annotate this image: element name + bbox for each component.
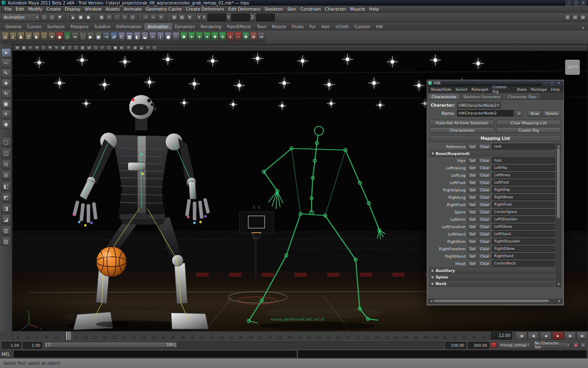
section-header-spine[interactable]: ▶Spine — [430, 274, 555, 280]
shelf-delete-keyframe-icon[interactable]: − — [234, 32, 242, 43]
mel-toggle[interactable]: MEL — [2, 352, 12, 357]
hik-menu-bake[interactable]: Bake — [515, 87, 529, 92]
mapping-value-field[interactable]: LeftHip — [492, 165, 555, 171]
menu-edit-deformers[interactable]: Edit Deformers — [226, 7, 263, 11]
wireframe-mode-icon[interactable]: ○ — [106, 45, 112, 50]
hik-menu-control-rig[interactable]: Control Rig — [490, 85, 515, 94]
shelf-lattice-icon[interactable]: ▦ — [126, 32, 133, 43]
menu-assets[interactable]: Assets — [104, 7, 122, 11]
scroll-left-icon[interactable]: ◀ — [429, 299, 433, 303]
set-button[interactable]: Set — [468, 254, 477, 259]
animation-preferences-icon[interactable]: ≡ — [580, 342, 586, 348]
menu-file[interactable]: File — [2, 7, 14, 11]
ipr-render-icon[interactable]: ▨ — [178, 14, 185, 21]
shelf-walk-cycle-icon[interactable]: ♞ — [33, 32, 40, 43]
shelf-expression-icon[interactable]: = — [258, 32, 265, 43]
mapping-value-field[interactable]: RightKnee — [492, 194, 555, 200]
menu-constrain[interactable]: Constrain — [298, 7, 323, 11]
toggle-tool-settings-icon[interactable]: ▤ — [572, 14, 579, 21]
layout-two-pane-stacked-icon[interactable]: ⊟ — [1, 159, 11, 169]
scroll-up-icon[interactable]: ▲ — [557, 144, 561, 148]
image-plane-icon[interactable]: ▱ — [40, 45, 47, 50]
clear-button[interactable]: Clear — [478, 254, 491, 259]
shaded-mode-icon[interactable]: ● — [112, 45, 118, 50]
snap-to-curve-icon[interactable]: ≈ — [106, 14, 113, 21]
clear-button[interactable]: Clear — [478, 187, 491, 193]
set-button[interactable]: Set — [468, 231, 477, 237]
section-header-neck[interactable]: ▶Neck — [430, 280, 555, 287]
clear-button[interactable]: Clear — [478, 158, 491, 164]
set-button[interactable]: Set — [468, 180, 477, 186]
shelf-wire-tool-icon[interactable]: ~ — [149, 32, 156, 43]
title-bar[interactable]: Autodesk Maya 2011 Beta 2 x64 - Trial Ve… — [0, 0, 588, 6]
range-track[interactable]: 1 100 — [44, 341, 443, 349]
hik-tab-characterize[interactable]: Characterize — [428, 94, 459, 99]
shelf-tab-custom[interactable]: Custom — [352, 24, 373, 30]
layout-outliner-icon[interactable]: ▥ — [1, 225, 11, 235]
range-end-handle[interactable] — [174, 342, 176, 347]
clear-button[interactable]: Clear — [478, 209, 491, 215]
field-chart-icon[interactable]: ▤ — [86, 45, 92, 50]
universal-manip-tool-icon[interactable]: ✛ — [1, 110, 11, 119]
mapping-value-field[interactable]: LeftFoot — [492, 180, 555, 186]
shelf-sculpt-deformer-icon[interactable]: ● — [165, 32, 172, 43]
shelf-tab-muscle[interactable]: Muscle — [269, 24, 289, 30]
shelf-menu-icon[interactable]: ▾ — [580, 26, 586, 30]
menu-set-dropdown[interactable]: Animation ▾ — [2, 13, 40, 21]
clear-button[interactable]: Clear — [478, 180, 491, 186]
horizontal-scrollbar[interactable]: ◀ ▶ — [428, 299, 562, 304]
set-button[interactable]: Set — [468, 246, 477, 252]
save-scene-icon[interactable]: ▼ — [56, 14, 63, 21]
shelf-breakdown-key-icon[interactable]: ◇ — [64, 32, 71, 43]
set-button[interactable]: Set — [468, 195, 477, 200]
shelf-ik-fk-switch-icon[interactable]: ⇄ — [110, 32, 118, 43]
layout-persp-curve-icon[interactable]: ◪ — [1, 214, 11, 224]
shelf-pole-vector-icon[interactable]: ✢ — [219, 32, 226, 43]
shelf-motion-path-icon[interactable]: → — [102, 32, 110, 43]
mapping-value-field[interactable]: RightElbow — [492, 246, 555, 252]
shelf-tab-animation[interactable]: Animation — [145, 23, 172, 30]
clear-button[interactable]: Clear — [478, 217, 491, 222]
shelf-blend-shape-icon[interactable]: ◐ — [134, 32, 141, 43]
layout-hypershade-persp-icon[interactable]: ◨ — [1, 203, 11, 213]
coord-input[interactable] — [207, 13, 226, 21]
close-button[interactable]: ✕ — [580, 0, 586, 6]
set-button[interactable]: Set — [468, 224, 477, 230]
set-button[interactable]: Set — [468, 261, 477, 267]
view-orientation-badge[interactable]: LEFT — [565, 60, 580, 75]
input-connections-icon[interactable]: → — [142, 14, 149, 21]
clear-button[interactable]: Clear — [478, 246, 491, 252]
select-by-component-icon[interactable]: ● — [85, 14, 92, 21]
clear-button[interactable]: Clear — [478, 202, 491, 208]
hik-close-button[interactable]: ✕ — [556, 81, 562, 86]
clear-button[interactable]: Clear — [478, 144, 491, 150]
script-output-field[interactable] — [298, 350, 586, 358]
snap-to-grid-icon[interactable]: ▦ — [98, 14, 105, 21]
safe-title-icon[interactable]: ▫ — [99, 45, 105, 50]
rotate-tool-icon[interactable]: ↻ — [1, 89, 11, 98]
shelf-joint-tool-icon[interactable]: ◎ — [2, 32, 9, 43]
textured-mode-icon[interactable]: ◐ — [119, 45, 125, 50]
shadows-icon[interactable]: ◑ — [132, 45, 138, 50]
auto-set-button[interactable]: Auto-Set All from Selection — [430, 120, 494, 126]
hik-window[interactable]: HIK ─□✕ Show/HideSelectRetargetControl R… — [427, 80, 564, 305]
shelf-ik-handle-icon[interactable]: ∠ — [9, 32, 17, 43]
set-button[interactable]: Set — [468, 144, 477, 150]
set-button[interactable]: Set — [468, 239, 477, 245]
shelf-tab-curves[interactable]: Curves — [24, 24, 44, 30]
section-header-base-required[interactable]: ▼Base(Required) — [430, 150, 555, 157]
clear-button[interactable]: Clear — [478, 195, 491, 200]
menu-edit[interactable]: Edit — [14, 7, 26, 11]
shelf-playblast-icon[interactable]: ▶ — [87, 32, 94, 43]
mapping-value-field[interactable]: LeftShoulder — [492, 216, 555, 222]
clear-button[interactable]: Clear — [478, 231, 491, 237]
lock-camera-icon[interactable]: ▣ — [21, 45, 27, 50]
menu-animate[interactable]: Animate — [122, 7, 144, 11]
hik-minimize-button[interactable]: ─ — [542, 81, 548, 86]
coord-input[interactable] — [231, 13, 250, 21]
play-backwards-button[interactable]: ◀ — [540, 332, 551, 340]
open-scene-icon[interactable]: ◱ — [49, 14, 56, 21]
playback-start-field[interactable]: 1.00 — [23, 342, 42, 349]
go-to-end-button[interactable]: ▶| — [577, 332, 588, 340]
shelf-hik-character-icon[interactable]: ✥ — [242, 32, 249, 43]
